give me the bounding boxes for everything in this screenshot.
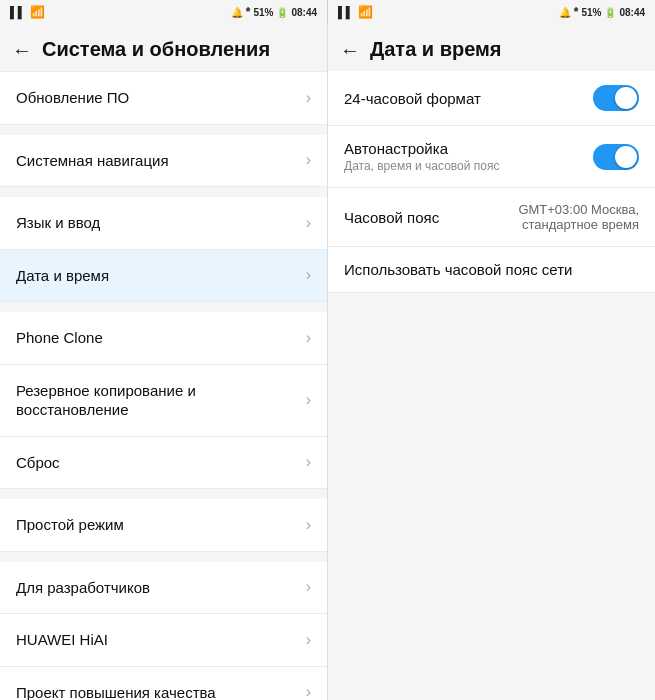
chevron-icon-phoneclone: › xyxy=(306,329,311,347)
gap-5 xyxy=(0,552,327,562)
wifi-icon: 📶 xyxy=(30,5,45,19)
bluetooth-icon-right: * xyxy=(574,5,579,19)
left-panel-header: ← Система и обновления xyxy=(0,24,327,71)
signal-icon-right: ▌▌ xyxy=(338,6,354,18)
time-right: 08:44 xyxy=(619,7,645,18)
menu-list: Обновление ПО › Системная навигация › Яз… xyxy=(0,71,327,700)
left-status-icons: ▌▌ 📶 xyxy=(10,5,45,19)
gap-1 xyxy=(0,125,327,135)
right-back-button[interactable]: ← xyxy=(340,40,360,60)
gap-3 xyxy=(0,302,327,312)
menu-item-phoneclone[interactable]: Phone Clone › xyxy=(0,312,327,365)
right-bar-time: 🔔 * 51% 🔋 08:44 xyxy=(559,5,645,19)
setting-autoconfig[interactable]: Автонастройка Дата, время и часовой пояс xyxy=(328,126,655,188)
chevron-icon-navigation: › xyxy=(306,151,311,169)
menu-item-datetime-label: Дата и время xyxy=(16,266,109,286)
right-panel-header: ← Дата и время xyxy=(328,24,655,71)
bluetooth-icon: * xyxy=(246,5,251,19)
setting-timezone-value: GMT+03:00 Москва, стандартное время xyxy=(479,202,639,232)
chevron-icon-quality: › xyxy=(306,683,311,700)
toggle-24h[interactable] xyxy=(593,85,639,111)
status-bars: ▌▌ 📶 🔔 * 51% 🔋 08:44 ▌▌ 📶 🔔 * 51% 🔋 08:4… xyxy=(0,0,655,24)
chevron-icon-simple: › xyxy=(306,516,311,534)
menu-item-update-label: Обновление ПО xyxy=(16,88,129,108)
chevron-icon-devmode: › xyxy=(306,578,311,596)
setting-timezone-label-group: Часовой пояс xyxy=(344,209,439,226)
menu-item-devmode[interactable]: Для разработчиков › xyxy=(0,562,327,615)
menu-item-datetime[interactable]: Дата и время › xyxy=(0,250,327,303)
menu-item-phoneclone-label: Phone Clone xyxy=(16,328,103,348)
setting-24h-format-label-group: 24-часовой формат xyxy=(344,90,481,107)
menu-item-backup-label: Резервное копирование и восстановление xyxy=(16,381,306,420)
time-left: 08:44 xyxy=(291,7,317,18)
setting-timezone-label: Часовой пояс xyxy=(344,209,439,226)
menu-item-reset-label: Сброс xyxy=(16,453,60,473)
right-panel-title: Дата и время xyxy=(370,38,502,61)
battery-percent-right: 51% xyxy=(581,7,601,18)
menu-item-update[interactable]: Обновление ПО › xyxy=(0,71,327,125)
menu-item-reset[interactable]: Сброс › xyxy=(0,437,327,490)
battery-icon-left: 🔋 xyxy=(276,7,288,18)
menu-item-navigation-label: Системная навигация xyxy=(16,151,169,171)
menu-item-backup[interactable]: Резервное копирование и восстановление › xyxy=(0,365,327,437)
left-panel-title: Система и обновления xyxy=(42,38,270,61)
gap-2 xyxy=(0,187,327,197)
notification-icon-right: 🔔 xyxy=(559,7,571,18)
gap-4 xyxy=(0,489,327,499)
left-panel: ← Система и обновления Обновление ПО › С… xyxy=(0,24,328,700)
setting-24h-label: 24-часовой формат xyxy=(344,90,481,107)
right-panel: ← Дата и время 24-часовой формат Автонас… xyxy=(328,24,655,700)
signal-icon: ▌▌ xyxy=(10,6,26,18)
menu-item-hiai-label: HUAWEI HiAI xyxy=(16,630,108,650)
menu-item-language-label: Язык и ввод xyxy=(16,213,100,233)
setting-network-timezone[interactable]: Использовать часовой пояс сети xyxy=(328,247,655,293)
menu-item-navigation[interactable]: Системная навигация › xyxy=(0,135,327,188)
toggle-autoconfig[interactable] xyxy=(593,144,639,170)
chevron-icon-hiai: › xyxy=(306,631,311,649)
menu-item-devmode-label: Для разработчиков xyxy=(16,578,150,598)
chevron-icon-language: › xyxy=(306,214,311,232)
main-panels: ← Система и обновления Обновление ПО › С… xyxy=(0,24,655,700)
menu-item-simple[interactable]: Простой режим › xyxy=(0,499,327,552)
menu-item-quality[interactable]: Проект повышения качества › xyxy=(0,667,327,701)
setting-autoconfig-label: Автонастройка xyxy=(344,140,499,157)
status-bar-right: ▌▌ 📶 🔔 * 51% 🔋 08:44 xyxy=(328,0,655,24)
chevron-icon-update: › xyxy=(306,89,311,107)
setting-24h-format[interactable]: 24-часовой формат xyxy=(328,71,655,126)
chevron-icon-datetime: › xyxy=(306,266,311,284)
menu-item-hiai[interactable]: HUAWEI HiAI › xyxy=(0,614,327,667)
menu-item-language[interactable]: Язык и ввод › xyxy=(0,197,327,250)
setting-network-timezone-label: Использовать часовой пояс сети xyxy=(344,261,572,278)
chevron-icon-backup: › xyxy=(306,391,311,409)
menu-item-simple-label: Простой режим xyxy=(16,515,124,535)
battery-percent-left: 51% xyxy=(253,7,273,18)
battery-icon-right: 🔋 xyxy=(604,7,616,18)
notification-icon: 🔔 xyxy=(231,7,243,18)
status-bar-left: ▌▌ 📶 🔔 * 51% 🔋 08:44 xyxy=(0,0,327,24)
menu-item-quality-label: Проект повышения качества xyxy=(16,683,216,701)
wifi-icon-right: 📶 xyxy=(358,5,373,19)
setting-autoconfig-sub: Дата, время и часовой пояс xyxy=(344,159,499,173)
chevron-icon-reset: › xyxy=(306,453,311,471)
left-bar-time: 🔔 * 51% 🔋 08:44 xyxy=(231,5,317,19)
setting-autoconfig-label-group: Автонастройка Дата, время и часовой пояс xyxy=(344,140,499,173)
right-bar-signal: ▌▌ 📶 xyxy=(338,5,373,19)
setting-timezone[interactable]: Часовой пояс GMT+03:00 Москва, стандартн… xyxy=(328,188,655,247)
left-back-button[interactable]: ← xyxy=(12,40,32,60)
